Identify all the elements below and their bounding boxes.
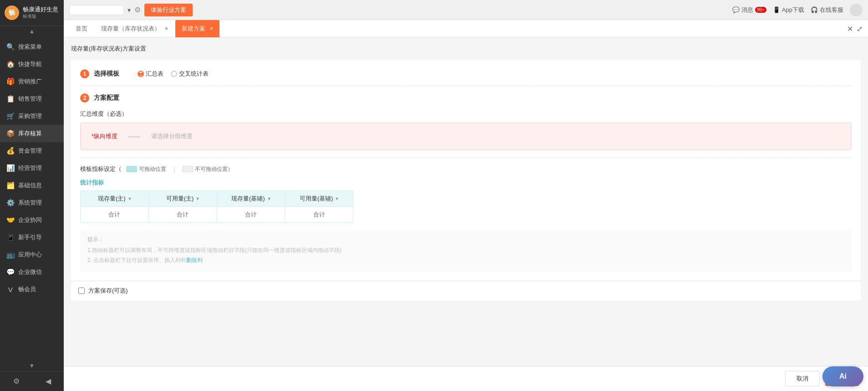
save-checkbox[interactable] bbox=[78, 288, 85, 294]
tab-close-all-btn[interactable]: ✕ bbox=[847, 24, 853, 33]
gift-icon: 🎁 bbox=[6, 77, 15, 86]
step2-label: 方案配置 bbox=[94, 94, 119, 102]
info-icon: 🗂️ bbox=[6, 181, 15, 190]
stats-col-1[interactable]: 现存量(主) ▾ bbox=[81, 191, 149, 206]
sidebar-item-inventory[interactable]: 📦 库存核算 bbox=[0, 125, 64, 142]
not-draggable-box bbox=[182, 166, 193, 172]
tips-item-1: 1.拖动标题栏可以调整布局，不可跨维度或指标区域拖动栏目字段(只能在同一维度或指… bbox=[87, 246, 844, 254]
sidebar-bottom: ⚙ ◀ bbox=[0, 371, 64, 391]
tab-new-scheme-close[interactable]: × bbox=[210, 26, 213, 32]
app-download-btn[interactable]: 📱 App下载 bbox=[773, 6, 804, 14]
settings-bottom-btn[interactable]: ⚙ bbox=[10, 375, 23, 387]
stats-table-header: 现存量(主) ▾ 可用量(主) ▾ 现存量(基辅) ▾ 可用量(基辅) bbox=[81, 191, 353, 206]
stats-cell-1: 合计 bbox=[81, 207, 149, 222]
tab-inventory[interactable]: 现存量（库存状况表） × bbox=[95, 20, 174, 37]
template-radio-group: 汇总表 交叉统计表 bbox=[138, 70, 209, 78]
step2-badge: 2 bbox=[80, 93, 89, 103]
phone-icon: 📱 bbox=[773, 6, 780, 13]
service-btn[interactable]: 🎧 在线客服 bbox=[811, 6, 843, 14]
chat-icon: 💬 bbox=[732, 6, 740, 13]
radio-summary-label: 汇总表 bbox=[146, 70, 163, 78]
dim-arrow: —— bbox=[128, 133, 140, 140]
sidebar-item-company[interactable]: 🤝 企业协同 bbox=[0, 211, 64, 229]
stats-col-2[interactable]: 可用量(主) ▾ bbox=[149, 191, 217, 206]
stats-table-row1: 合计 合计 合计 合计 bbox=[81, 206, 353, 222]
sidebar-item-guide[interactable]: 📱 新手引导 bbox=[0, 229, 64, 246]
ai-float-btn[interactable]: Ai bbox=[822, 366, 863, 386]
radio-cross-label: 交叉统计表 bbox=[179, 70, 209, 78]
gear-icon: ⚙️ bbox=[6, 199, 15, 207]
tv-icon: 📺 bbox=[6, 251, 15, 259]
col1-dropdown-icon[interactable]: ▾ bbox=[128, 196, 131, 202]
sidebar-item-wechat[interactable]: 💬 企业微信 bbox=[0, 263, 64, 281]
sidebar-item-appstore[interactable]: 📺 应用中心 bbox=[0, 246, 64, 263]
sidebar-item-nav[interactable]: 🏠 快捷导航 bbox=[0, 56, 64, 73]
sidebar-item-sales[interactable]: 📋 销售管理 bbox=[0, 90, 64, 108]
legend-not-draggable: 不可拖动位置） bbox=[182, 165, 233, 173]
topbar-dropdown-btn[interactable]: ▾ bbox=[128, 6, 131, 14]
dimension-area[interactable]: *纵向维度 —— 请选择分组维度 bbox=[80, 123, 852, 150]
stats-cell-3: 合计 bbox=[217, 207, 286, 222]
col1-label: 现存量(主) bbox=[98, 195, 126, 203]
tips-item-2-text: 2. 点击标题栏下拉可设置排序、插入列和 bbox=[87, 257, 186, 263]
cancel-button[interactable]: 取消 bbox=[785, 371, 820, 386]
stats-cell-4: 合计 bbox=[285, 207, 353, 222]
save-label: 方案保存(可选) bbox=[88, 287, 128, 295]
stats-cell-2: 合计 bbox=[149, 207, 217, 222]
sidebar-scroll-down[interactable]: ▼ bbox=[0, 360, 64, 371]
tab-home[interactable]: 首页 bbox=[69, 20, 94, 37]
col2-label: 可用量(主) bbox=[166, 195, 194, 203]
legend-separator: | bbox=[174, 166, 175, 173]
sidebar-item-search[interactable]: 🔍 搜索菜单 bbox=[0, 38, 64, 56]
tab-inventory-close[interactable]: × bbox=[165, 26, 168, 32]
radio-summary[interactable]: 汇总表 bbox=[138, 70, 163, 78]
stats-table: 现存量(主) ▾ 可用量(主) ▾ 现存量(基辅) ▾ 可用量(基辅) bbox=[80, 190, 353, 223]
sidebar-scroll-up[interactable]: ▲ bbox=[0, 26, 64, 36]
radio-cross-circle bbox=[171, 71, 177, 77]
chart-icon: 📊 bbox=[6, 164, 15, 172]
trial-btn[interactable]: 体验行业方案 bbox=[144, 4, 193, 16]
draggable-label: 可拖动位置 bbox=[139, 165, 166, 173]
tab-home-label: 首页 bbox=[76, 25, 87, 33]
save-section: 方案保存(可选) bbox=[71, 281, 861, 300]
tabbar: 首页 现存量（库存状况表） × 新建方案 × ✕ ⤢ bbox=[64, 20, 868, 37]
search-input[interactable] bbox=[69, 5, 124, 15]
radio-summary-circle bbox=[138, 71, 144, 77]
headset-icon: 🎧 bbox=[811, 6, 818, 13]
stats-col-3[interactable]: 现存量(基辅) ▾ bbox=[217, 191, 286, 206]
stats-col-4[interactable]: 可用量(基辅) ▾ bbox=[285, 191, 353, 206]
sidebar-item-system[interactable]: ⚙️ 系统管理 bbox=[0, 194, 64, 211]
search-icon: 🔍 bbox=[6, 43, 15, 51]
indicator-label-row: 模板指标设定（ 可拖动位置 | 不可拖动位置） bbox=[80, 165, 852, 173]
sidebar-item-business[interactable]: 📊 经营管理 bbox=[0, 159, 64, 177]
tab-new-scheme-label: 新建方案 bbox=[182, 25, 205, 33]
tips-item-2: 2. 点击标题栏下拉可设置排序、插入列和删除列 bbox=[87, 256, 844, 264]
col2-dropdown-icon[interactable]: ▾ bbox=[196, 196, 199, 202]
col3-dropdown-icon[interactable]: ▾ bbox=[268, 196, 271, 202]
avatar bbox=[850, 4, 863, 16]
tips-delete-link[interactable]: 删除列 bbox=[186, 257, 203, 263]
sidebar-item-basic[interactable]: 🗂️ 基础信息 bbox=[0, 177, 64, 194]
tab-new-scheme[interactable]: 新建方案 × bbox=[175, 20, 220, 37]
money-icon: 💰 bbox=[6, 147, 15, 155]
message-btn[interactable]: 💬 消息 99+ bbox=[732, 6, 766, 14]
col4-dropdown-icon[interactable]: ▾ bbox=[336, 196, 338, 202]
handshake-icon: 🤝 bbox=[6, 216, 15, 224]
page-title: 现存量(库存状况表)方案设置 bbox=[71, 45, 861, 53]
topbar-right: 💬 消息 99+ 📱 App下载 🎧 在线客服 bbox=[732, 4, 863, 16]
sidebar-item-finance[interactable]: 💰 资金管理 bbox=[0, 142, 64, 159]
radio-cross[interactable]: 交叉统计表 bbox=[171, 70, 209, 78]
legend-draggable: 可拖动位置 bbox=[126, 165, 166, 173]
sidebar-item-member[interactable]: V 畅会员 bbox=[0, 281, 64, 298]
topbar-gear-btn[interactable]: ⚙ bbox=[134, 5, 141, 14]
topbar: ▾ ⚙ 体验行业方案 💬 消息 99+ 📱 App下载 🎧 在线客服 bbox=[64, 0, 868, 20]
tips-section: 提示： 1.拖动标题栏可以调整布局，不可跨维度或指标区域拖动栏目字段(只能在同一… bbox=[80, 230, 852, 272]
collapse-btn[interactable]: ◀ bbox=[42, 375, 55, 387]
tab-expand-btn[interactable]: ⤢ bbox=[857, 24, 863, 33]
vip-icon: V bbox=[6, 285, 15, 293]
sidebar-item-purchase[interactable]: 🛒 采购管理 bbox=[0, 108, 64, 125]
user-btn[interactable] bbox=[850, 4, 863, 16]
sidebar-item-marketing[interactable]: 🎁 营销推广 bbox=[0, 73, 64, 90]
logo-text: 畅康通好生意 标准版 bbox=[23, 6, 58, 20]
cart-icon: 🛒 bbox=[6, 112, 15, 120]
